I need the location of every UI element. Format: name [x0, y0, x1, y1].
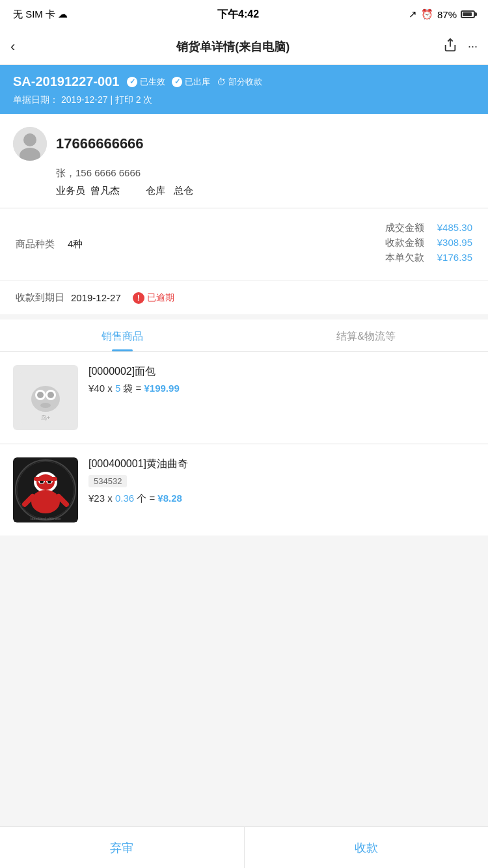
product-qty-1: 5 [115, 383, 120, 394]
customer-phone: 17666666666 [56, 135, 144, 152]
overdue-icon: ! [133, 292, 144, 304]
svg-point-8 [37, 392, 44, 398]
svg-point-9 [47, 392, 54, 398]
received-label: 收款金额 [385, 237, 424, 249]
badge-partial: ⏱ 部分收款 [217, 76, 262, 88]
due-date: 2019-12-27 [71, 292, 121, 303]
tabs: 销售商品 结算&物流等 [0, 319, 488, 351]
owed-row: 本单欠款 ¥176.35 [385, 252, 472, 264]
collect-button[interactable]: 收款 [245, 827, 489, 868]
back-button[interactable]: ‹ [10, 33, 23, 61]
sim-label: 无 SIM 卡 ☁ [13, 8, 68, 21]
avatar [13, 127, 47, 161]
reject-button[interactable]: 弃审 [0, 827, 245, 868]
product-image-2: blackbird ultimate [13, 457, 78, 522]
svg-text:鸟+: 鸟+ [41, 414, 50, 421]
amount-value: ¥485.30 [437, 222, 472, 234]
overdue-text: 已逾期 [147, 292, 174, 304]
bottom-bar: 弃审 收款 [0, 826, 488, 868]
clock-icon: ⏱ [217, 77, 226, 87]
tabs-container: 销售商品 结算&物流等 [0, 319, 488, 352]
tab-settlement[interactable]: 结算&物流等 [244, 319, 488, 351]
due-label: 收款到期日 [16, 292, 64, 304]
product-sku-2: 534532 [88, 475, 127, 487]
share-button[interactable] [443, 38, 457, 55]
type-value: 4种 [68, 238, 83, 251]
alarm-icon: ⏰ [421, 8, 433, 20]
status-right: ↗ ⏰ 87% [409, 8, 475, 20]
svg-rect-20 [34, 477, 57, 481]
status-time: 下午4:42 [217, 8, 259, 21]
customer-meta: 业务员 曾凡杰 仓库 总仓 [13, 185, 475, 197]
customer-contact: 张，156 6666 6666 [13, 167, 475, 180]
due-card: 收款到期日 2019-12-27 ! 已逾期 [0, 281, 488, 314]
page-title: 销货单详情(来自电脑) [23, 39, 443, 55]
summary-row: 商品种类 4种 成交金额 ¥485.30 收款金额 ¥308.95 本单欠款 ¥… [16, 222, 472, 267]
more-button[interactable]: ··· [468, 40, 478, 53]
amount-label: 成交金额 [385, 222, 424, 234]
product-price-2: ¥23 x 0.36 个 = ¥8.28 [88, 493, 475, 505]
product-image-1: 鸟+ [13, 365, 78, 430]
product-list: 鸟+ [0000002]面包 ¥40 x 5 袋 = ¥199.99 [0, 352, 488, 536]
received-row: 收款金额 ¥308.95 [385, 237, 472, 249]
badge-effective: ✓ 已生效 [127, 76, 165, 88]
nav-bar: ‹ 销货单详情(来自电脑) ··· [0, 29, 488, 65]
order-header: SA-20191227-001 ✓ 已生效 ✓ 已出库 ⏱ 部分收款 单据日期：… [0, 65, 488, 114]
battery-label: 87% [437, 9, 457, 20]
product-total-1: ¥199.99 [144, 383, 180, 394]
product-name-2: [000400001]黄油曲奇 [88, 457, 475, 471]
badge-shipped: ✓ 已出库 [172, 76, 210, 88]
summary-left: 商品种类 4种 [16, 238, 83, 251]
product-qty-2: 0.36 [115, 493, 134, 504]
check-icon-2: ✓ [172, 77, 182, 87]
product-info-2: [000400001]黄油曲奇 534532 ¥23 x 0.36 个 = ¥8… [88, 457, 475, 505]
summary-right: 成交金额 ¥485.30 收款金额 ¥308.95 本单欠款 ¥176.35 [385, 222, 472, 267]
owed-label: 本单欠款 [385, 252, 424, 264]
nav-actions: ··· [443, 38, 478, 55]
svg-point-2 [23, 133, 36, 146]
product-info-1: [0000002]面包 ¥40 x 5 袋 = ¥199.99 [88, 365, 475, 395]
amount-row: 成交金额 ¥485.30 [385, 222, 472, 234]
product-name-1: [0000002]面包 [88, 365, 475, 379]
list-item: blackbird ultimate [000400001]黄油曲奇 53453… [0, 444, 488, 536]
salesperson: 业务员 曾凡杰 [56, 185, 120, 197]
order-date: 单据日期： 2019-12-27 | 打印 2 次 [13, 94, 475, 106]
check-icon-1: ✓ [127, 77, 137, 87]
warehouse: 仓库 总仓 [146, 185, 193, 197]
status-badges: ✓ 已生效 ✓ 已出库 ⏱ 部分收款 [127, 76, 262, 88]
svg-point-21 [31, 490, 60, 513]
svg-text:blackbird ultimate: blackbird ultimate [31, 517, 61, 521]
battery-icon [461, 10, 475, 18]
location-icon: ↗ [409, 8, 417, 20]
order-id: SA-20191227-001 [13, 74, 119, 89]
product-image-placeholder: 鸟+ [13, 365, 78, 430]
owed-value: ¥176.35 [437, 252, 472, 264]
summary-card: 商品种类 4种 成交金额 ¥485.30 收款金额 ¥308.95 本单欠款 ¥… [0, 209, 488, 280]
customer-card: 17666666666 张，156 6666 6666 业务员 曾凡杰 仓库 总… [0, 114, 488, 208]
list-item: 鸟+ [0000002]面包 ¥40 x 5 袋 = ¥199.99 [0, 352, 488, 443]
svg-point-10 [40, 403, 51, 408]
product-total-2: ¥8.28 [157, 493, 182, 504]
overdue-badge: ! 已逾期 [133, 292, 174, 304]
status-left: 无 SIM 卡 ☁ [13, 8, 68, 21]
customer-top: 17666666666 [13, 127, 475, 161]
product-price-1: ¥40 x 5 袋 = ¥199.99 [88, 383, 475, 395]
tab-products[interactable]: 销售商品 [0, 319, 244, 351]
type-label: 商品种类 [16, 238, 55, 251]
received-value: ¥308.95 [437, 237, 472, 249]
status-bar: 无 SIM 卡 ☁ 下午4:42 ↗ ⏰ 87% [0, 0, 488, 29]
